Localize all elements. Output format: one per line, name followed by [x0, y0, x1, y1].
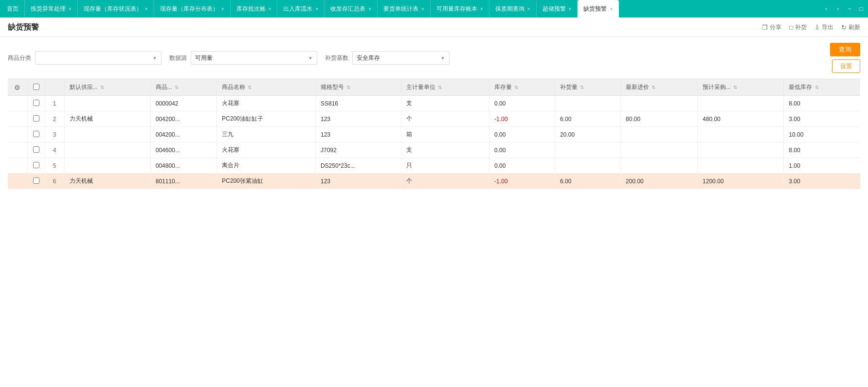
- row-checkbox-cell[interactable]: [27, 111, 45, 127]
- category-select[interactable]: ▼: [35, 51, 162, 65]
- tab-picking[interactable]: 拣货异常处理 ×: [25, 0, 78, 18]
- share-button[interactable]: ❐ 分享: [762, 23, 781, 32]
- row-checkbox-cell[interactable]: [27, 142, 45, 158]
- tab-maximize-btn[interactable]: □: [855, 0, 867, 18]
- tab-close-requisition[interactable]: ×: [421, 6, 424, 12]
- gear-icon[interactable]: ⚙: [14, 84, 20, 91]
- col-header-product-name[interactable]: 商品名称 ⇅: [217, 79, 316, 96]
- col-header-product-code[interactable]: 商品... ⇅: [150, 79, 217, 96]
- replenish-button[interactable]: □ 补货: [789, 23, 807, 32]
- col-header-min-stock[interactable]: 最低库存 ⇅: [784, 79, 860, 96]
- tab-available[interactable]: 可用量库存账本 ×: [431, 0, 489, 18]
- row-supplier: [64, 158, 150, 174]
- sort-est-icon: ⇅: [733, 85, 737, 90]
- row-num: 6: [45, 174, 64, 189]
- replenish-arrow-icon: ▼: [440, 55, 445, 61]
- col-header-replenish-qty[interactable]: 补货量 ⇅: [555, 79, 621, 96]
- tab-overstock[interactable]: 超储预警 ×: [537, 0, 578, 18]
- sort-spec-icon: ⇅: [346, 85, 350, 90]
- table-header-row: ⚙ 默认供应... ⇅ 商品... ⇅ 商品名称: [8, 79, 860, 96]
- settings-button[interactable]: 设置: [832, 59, 860, 73]
- col-header-checkbox[interactable]: [27, 79, 45, 96]
- tab-close-overstock[interactable]: ×: [569, 6, 572, 12]
- tab-batch[interactable]: 库存批次账 ×: [231, 0, 278, 18]
- row-checkbox[interactable]: [33, 146, 39, 153]
- row-latest-price: 80.00: [621, 111, 698, 127]
- sort-min-icon: ⇅: [815, 85, 819, 90]
- tab-close-summary[interactable]: ×: [368, 6, 371, 12]
- row-settings: [8, 158, 27, 174]
- col-header-settings[interactable]: ⚙: [8, 79, 27, 96]
- row-checkbox[interactable]: [33, 162, 39, 168]
- row-checkbox[interactable]: [33, 115, 39, 122]
- tab-requisition[interactable]: 要货单统计表 ×: [378, 0, 431, 18]
- row-latest-price: [621, 142, 698, 158]
- sort-code-icon: ⇅: [175, 85, 179, 90]
- col-header-latest-price[interactable]: 最新进价 ⇅: [621, 79, 698, 96]
- tab-next-btn[interactable]: ›: [832, 0, 844, 18]
- row-latest-price: 200.00: [621, 174, 698, 189]
- row-min-stock: 10.00: [784, 127, 860, 142]
- table-row: 1 0000042 火花塞 SS816 支 0.00 8.00: [8, 96, 860, 111]
- row-checkbox-cell[interactable]: [27, 127, 45, 142]
- tab-close-stock-dist[interactable]: ×: [221, 6, 224, 12]
- row-checkbox[interactable]: [33, 131, 39, 137]
- tab-stock-dist[interactable]: 现存量（库存分布表） ×: [154, 0, 231, 18]
- tab-close-stock-status[interactable]: ×: [145, 6, 148, 12]
- tab-flow[interactable]: 出入库流水 ×: [277, 0, 325, 18]
- table-container: ⚙ 默认供应... ⇅ 商品... ⇅ 商品名称: [0, 79, 868, 189]
- tab-close-shortage[interactable]: ×: [610, 6, 613, 12]
- row-unit: 个: [401, 174, 489, 189]
- tab-shortage[interactable]: 缺货预警 ×: [578, 0, 619, 18]
- datasource-select[interactable]: 可用量 ▼: [191, 51, 317, 65]
- row-product-name: 火花塞: [217, 96, 316, 111]
- sort-stock-icon: ⇅: [514, 85, 518, 90]
- sort-replenish-icon: ⇅: [580, 85, 584, 90]
- tab-prev-btn[interactable]: ‹: [820, 0, 832, 18]
- tab-home[interactable]: 首页: [1, 0, 25, 18]
- tab-minimize-btn[interactable]: −: [844, 0, 855, 18]
- tab-close-batch[interactable]: ×: [269, 6, 271, 12]
- tab-stock-status[interactable]: 现存量（库存状况表） ×: [78, 0, 154, 18]
- refresh-button[interactable]: ↻ 刷新: [841, 23, 860, 32]
- col-header-unit[interactable]: 主计量单位 ⇅: [401, 79, 489, 96]
- query-button[interactable]: 查询: [830, 43, 860, 56]
- replenish-select[interactable]: 安全库存 ▼: [352, 51, 450, 65]
- table-row: 4 004600... 火花塞 J7092 支 0.00 8.00: [8, 142, 860, 158]
- col-header-supplier[interactable]: 默认供应... ⇅: [64, 79, 150, 96]
- tab-expiry[interactable]: 保质期查询 ×: [489, 0, 537, 18]
- row-min-stock: 3.00: [784, 174, 860, 189]
- tab-close-flow[interactable]: ×: [315, 6, 318, 12]
- row-checkbox[interactable]: [33, 177, 39, 184]
- col-header-est-purchase[interactable]: 预计采购... ⇅: [698, 79, 784, 96]
- select-all-checkbox[interactable]: [33, 84, 39, 90]
- row-num: 5: [45, 158, 64, 174]
- row-product-code: 004800...: [150, 158, 217, 174]
- row-spec: J7092: [315, 142, 401, 158]
- row-checkbox[interactable]: [33, 100, 39, 106]
- category-arrow-icon: ▼: [152, 55, 157, 61]
- tab-close-expiry[interactable]: ×: [527, 6, 530, 12]
- row-latest-price: [621, 127, 698, 142]
- tab-summary[interactable]: 收发存汇总表 ×: [325, 0, 378, 18]
- row-checkbox-cell[interactable]: [27, 96, 45, 111]
- row-settings: [8, 96, 27, 111]
- replenish-label: 补货基数: [325, 54, 348, 62]
- row-checkbox-cell[interactable]: [27, 174, 45, 189]
- row-supplier: [64, 96, 150, 111]
- row-product-code: 004600...: [150, 142, 217, 158]
- tab-close-picking[interactable]: ×: [69, 6, 72, 12]
- table-row: 3 004200... 三九 123 箱 0.00 20.00 10.00: [8, 127, 860, 142]
- row-checkbox-cell[interactable]: [27, 158, 45, 174]
- replenish-icon: □: [789, 24, 793, 31]
- filter-bar: 商品分类 ▼ 数据源 可用量 ▼ 补货基数 安全库存 ▼ 查询 设置: [0, 37, 868, 79]
- col-header-spec[interactable]: 规格型号 ⇅: [315, 79, 401, 96]
- col-header-stock[interactable]: 库存量 ⇅: [489, 79, 555, 96]
- row-replenish-qty: [555, 96, 621, 111]
- tab-close-available[interactable]: ×: [480, 6, 483, 12]
- row-product-code: 801110...: [150, 174, 217, 189]
- sort-price-icon: ⇅: [651, 85, 655, 90]
- table-body: 1 0000042 火花塞 SS816 支 0.00 8.00 2 力天机械 0…: [8, 96, 860, 189]
- export-button[interactable]: ⇩ 导出: [814, 23, 833, 32]
- col-header-num: [45, 79, 64, 96]
